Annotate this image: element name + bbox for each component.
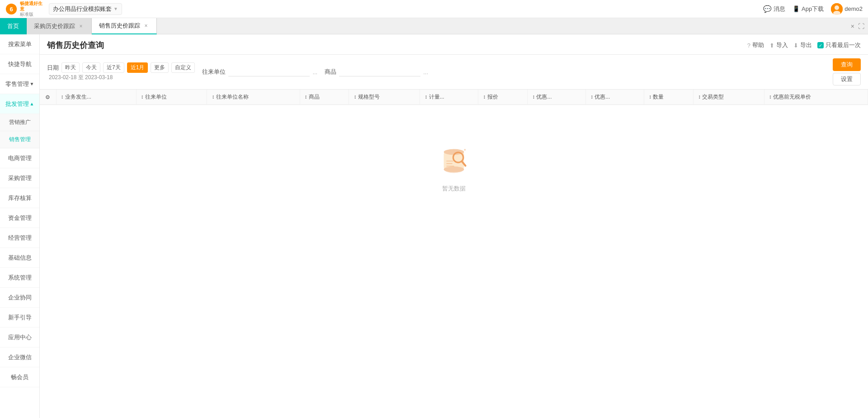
- col-unit-label: 计量...: [429, 94, 444, 100]
- sidebar-item-finance-label: 资金管理: [8, 214, 32, 222]
- message-button[interactable]: 💬 消息: [763, 5, 785, 13]
- query-buttons: 查询 设置: [833, 58, 861, 86]
- table-col-spec[interactable]: ↕ 规格型号: [349, 90, 420, 105]
- goods-filter-group: 商品 ...: [325, 67, 428, 76]
- top-bar-left: 6 畅捷通好生意 标准版 办公用品行业模拟账套 ▼: [5, 1, 122, 17]
- sidebar-item-enterprise[interactable]: 企业协同: [0, 288, 39, 308]
- sidebar-item-marketing[interactable]: 营销推广: [0, 114, 39, 131]
- table-col-price[interactable]: ↕ 报价: [478, 90, 528, 105]
- sidebar-item-guide[interactable]: 新手引导: [0, 308, 39, 328]
- sidebar-item-search-label: 搜索菜单: [8, 40, 32, 48]
- date-btn-yesterday[interactable]: 昨天: [61, 62, 80, 73]
- page-title: 销售历史价查询: [47, 40, 104, 51]
- empty-state: ✦ 暂无数据: [40, 105, 868, 229]
- table-col-pretax-price[interactable]: ↕ 优惠前无税单价: [764, 90, 868, 105]
- date-btn-today[interactable]: 今天: [82, 62, 100, 73]
- table-container: ⚙ ↕ 业务发生... ↕ 往来单位 ↕ 往来单位名称: [40, 90, 868, 418]
- sidebar-item-finance[interactable]: 资金管理: [0, 208, 39, 228]
- sidebar: 搜索菜单 快捷导航 零售管理 ▼ 批发管理 ▲ 营销推广 销售管理 电商管理 采…: [0, 34, 40, 418]
- import-button[interactable]: ⬆ 导入: [769, 41, 788, 49]
- sidebar-item-shortcut[interactable]: 快捷导航: [0, 54, 39, 74]
- sidebar-item-sales[interactable]: 销售管理: [0, 131, 39, 148]
- col-goods-label: 商品: [309, 94, 320, 100]
- table-col-biz-date[interactable]: ↕ 业务发生...: [56, 90, 136, 105]
- content-area: 销售历史价查询 ? 帮助 ⬆ 导入 ⬇ 导出 ✓ 只看最后一次: [40, 34, 868, 418]
- col-partner-code-label: 往来单位: [145, 94, 167, 100]
- query-button[interactable]: 查询: [833, 58, 861, 71]
- table-col-partner-name[interactable]: ↕ 往来单位名称: [207, 90, 300, 105]
- help-label: 帮助: [752, 41, 764, 49]
- col-trade-type-label: 交易类型: [702, 94, 724, 100]
- sidebar-item-system[interactable]: 系统管理: [0, 268, 39, 288]
- only-last-checkbox[interactable]: ✓: [817, 42, 824, 48]
- help-button[interactable]: ? 帮助: [747, 41, 764, 49]
- date-btn-custom[interactable]: 自定义: [171, 62, 195, 73]
- goods-filter-input[interactable]: [339, 67, 420, 76]
- sidebar-item-marketing-label: 营销推广: [9, 119, 31, 126]
- import-icon: ⬆: [769, 42, 774, 49]
- date-btn-last1month[interactable]: 近1月: [127, 62, 148, 73]
- sidebar-item-wholesale[interactable]: 批发管理 ▲: [0, 94, 39, 114]
- tab-home-label: 首页: [7, 22, 19, 30]
- partner-filter-dots[interactable]: ...: [312, 69, 317, 76]
- tab-purchase-history-label: 采购历史价跟踪: [34, 22, 75, 30]
- partner-filter-label: 往来单位: [202, 68, 226, 76]
- tab-home[interactable]: 首页: [0, 18, 27, 34]
- sidebar-item-member[interactable]: 畅会员: [0, 367, 39, 387]
- help-icon: ?: [747, 42, 750, 49]
- empty-text: 暂无数据: [442, 185, 466, 193]
- col-quantity-label: 数量: [653, 94, 664, 100]
- user-button[interactable]: demo2: [831, 3, 863, 15]
- only-last-checkbox-area[interactable]: ✓ 只看最后一次: [817, 41, 861, 49]
- sidebar-item-ecommerce[interactable]: 电商管理: [0, 148, 39, 168]
- maximize-icon[interactable]: ⛶: [858, 23, 864, 30]
- col-partner-name-label: 往来单位名称: [216, 94, 249, 100]
- col-price-label: 报价: [487, 94, 498, 100]
- table-col-goods[interactable]: ↕ 商品: [300, 90, 349, 105]
- retail-arrow: ▼: [30, 81, 34, 86]
- app-download-button[interactable]: 📱 App下载: [793, 5, 824, 13]
- page-header: 销售历史价查询 ? 帮助 ⬆ 导入 ⬇ 导出 ✓ 只看最后一次: [40, 34, 868, 55]
- workspace-selector[interactable]: 办公用品行业模拟账套 ▼: [49, 3, 122, 15]
- date-btn-more[interactable]: 更多: [151, 62, 169, 73]
- main-layout: 搜索菜单 快捷导航 零售管理 ▼ 批发管理 ▲ 营销推广 销售管理 电商管理 采…: [0, 34, 868, 418]
- wholesale-submenu: 营销推广 销售管理: [0, 114, 39, 148]
- table-col-discount1[interactable]: ↕ 优惠...: [528, 90, 586, 105]
- tab-sales-history-close[interactable]: ×: [143, 23, 149, 29]
- table-col-gear[interactable]: ⚙: [40, 90, 56, 105]
- sidebar-item-wechat[interactable]: 企业微信: [0, 347, 39, 367]
- partner-filter-input[interactable]: [228, 67, 310, 76]
- table-col-discount2[interactable]: ↕ 优惠...: [586, 90, 644, 105]
- partner-filter-group: 往来单位 ...: [202, 67, 317, 76]
- table-col-unit[interactable]: ↕ 计量...: [420, 90, 478, 105]
- filter-area: 日期 昨天 今天 近7天 近1月 更多 自定义 2023-02-18 至 202…: [40, 55, 868, 90]
- sidebar-item-retail[interactable]: 零售管理 ▼: [0, 74, 39, 94]
- logo-icon: 6: [5, 3, 17, 15]
- sidebar-item-apps[interactable]: 应用中心: [0, 328, 39, 347]
- close-all-icon[interactable]: ×: [851, 23, 854, 30]
- empty-illustration: ✦: [436, 141, 472, 177]
- tab-purchase-history[interactable]: 采购历史价跟踪 ×: [27, 18, 92, 34]
- table-col-trade-type[interactable]: ↕ 交易类型: [693, 90, 764, 105]
- sidebar-item-inventory[interactable]: 库存核算: [0, 188, 39, 208]
- table-col-quantity[interactable]: ↕ 数量: [644, 90, 693, 105]
- only-last-label: 只看最后一次: [826, 41, 861, 49]
- sidebar-item-wholesale-label: 批发管理: [5, 100, 29, 108]
- sidebar-item-purchase[interactable]: 采购管理: [0, 168, 39, 188]
- table-col-partner-code[interactable]: ↕ 往来单位: [136, 90, 207, 105]
- export-label: 导出: [800, 41, 812, 49]
- top-bar: 6 畅捷通好生意 标准版 办公用品行业模拟账套 ▼ 💬 消息 📱 App下载: [0, 0, 868, 18]
- goods-filter-dots[interactable]: ...: [423, 69, 428, 76]
- settings-button[interactable]: 设置: [833, 73, 861, 86]
- tab-purchase-history-close[interactable]: ×: [78, 23, 84, 29]
- sidebar-item-wechat-label: 企业微信: [8, 353, 32, 361]
- date-btn-last7[interactable]: 近7天: [103, 62, 124, 73]
- logo-area: 6 畅捷通好生意 标准版: [5, 1, 45, 17]
- sidebar-item-purchase-label: 采购管理: [8, 174, 32, 182]
- sidebar-item-basic[interactable]: 基础信息: [0, 248, 39, 268]
- export-button[interactable]: ⬇ 导出: [793, 41, 812, 49]
- sidebar-item-search[interactable]: 搜索菜单: [0, 34, 39, 54]
- date-range-text: 2023-02-18 至 2023-03-18: [49, 74, 113, 81]
- tab-sales-history[interactable]: 销售历史价跟踪 ×: [92, 18, 157, 34]
- sidebar-item-operations[interactable]: 经营管理: [0, 228, 39, 248]
